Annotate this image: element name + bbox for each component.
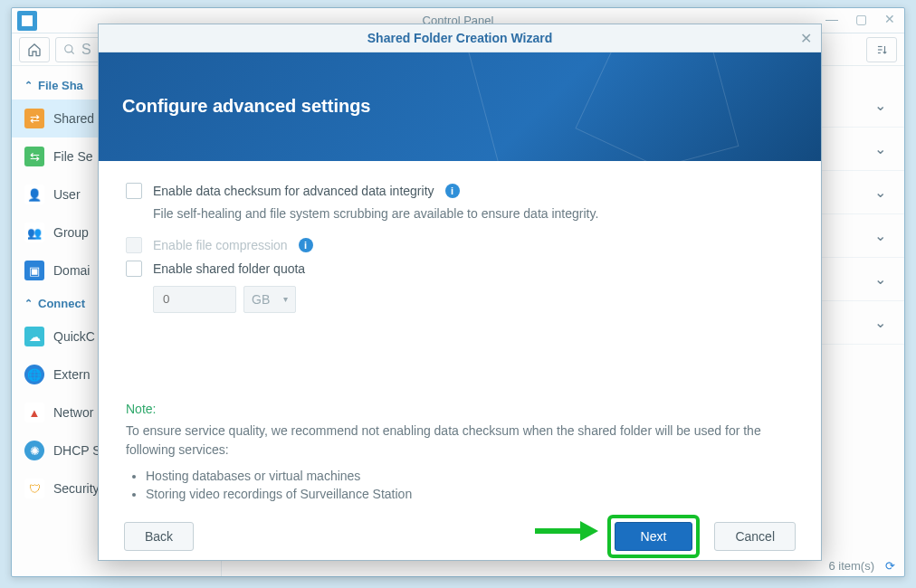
quota-input [153, 286, 236, 313]
cancel-button[interactable]: Cancel [714, 522, 796, 551]
info-icon[interactable]: i [445, 184, 460, 198]
sort-button[interactable] [866, 37, 897, 62]
note-text: To ensure service quality, we recommend … [126, 422, 794, 460]
checksum-label: Enable data checksum for advanced data i… [153, 184, 434, 198]
sidebar-item-label: Domai [53, 263, 90, 278]
svg-marker-6 [580, 521, 598, 541]
shared-folder-icon: ⇄ [24, 109, 44, 128]
domain-icon: ▣ [24, 261, 44, 280]
modal-titlebar: Shared Folder Creation Wizard ✕ [99, 24, 821, 52]
note-bullet: Storing video recordings of Surveillance… [146, 487, 794, 501]
minimize-icon[interactable]: — [821, 10, 843, 28]
item-count: 6 item(s) [828, 559, 874, 573]
modal-banner: Configure advanced settings [99, 52, 821, 160]
back-button[interactable]: Back [124, 522, 194, 551]
quota-label: Enable shared folder quota [153, 261, 305, 276]
sidebar-item-label: DHCP S [53, 443, 101, 458]
user-icon: 👤 [24, 185, 44, 204]
compression-checkbox [126, 237, 142, 253]
creation-wizard-modal: Shared Folder Creation Wizard ✕ Configur… [98, 24, 822, 561]
sidebar-item-label: QuickC [53, 329, 95, 344]
sidebar-item-label: Shared [53, 111, 94, 126]
svg-point-0 [65, 44, 72, 52]
cloud-icon: ☁ [24, 327, 44, 346]
sidebar-item-label: Networ [53, 405, 93, 420]
modal-heading: Configure advanced settings [122, 96, 371, 117]
svg-line-1 [72, 51, 74, 53]
maximize-icon[interactable]: ▢ [850, 10, 872, 28]
chevron-down-icon: ⌄ [874, 140, 886, 157]
group-icon: 👥 [24, 223, 44, 242]
note-title: Note: [126, 402, 794, 416]
close-icon[interactable]: ✕ [879, 10, 901, 28]
note-bullet: Hosting databases or virtual machines [146, 469, 794, 483]
checksum-checkbox[interactable] [126, 183, 142, 199]
search-placeholder: S [81, 42, 91, 58]
chevron-down-icon: ⌄ [874, 184, 886, 201]
next-button[interactable]: Next [615, 522, 693, 551]
shield-icon: 🛡 [24, 479, 44, 498]
compression-label: Enable file compression [153, 238, 288, 252]
chevron-down-icon: ⌄ [874, 270, 886, 288]
quota-unit-select: GB ▾ [243, 286, 296, 313]
sidebar-item-label: Extern [53, 367, 90, 382]
chevron-down-icon: ▾ [283, 294, 288, 304]
chevron-down-icon: ⌄ [874, 97, 886, 114]
sidebar-item-label: Group [53, 225, 89, 240]
section-label: File Sha [38, 79, 83, 92]
quota-unit-label: GB [252, 292, 270, 307]
chevron-up-icon: ⌃ [24, 80, 33, 91]
chevron-down-icon: ⌄ [874, 314, 886, 331]
info-icon[interactable]: i [299, 238, 313, 252]
sidebar-item-label: File Se [53, 149, 93, 164]
button-bar: Back Next Cancel [99, 514, 821, 560]
callout-arrow-icon [531, 518, 598, 544]
section-label: Connect [38, 297, 85, 310]
file-services-icon: ⇆ [24, 147, 44, 166]
refresh-icon[interactable]: ⟳ [885, 559, 895, 573]
sidebar-item-label: Security [53, 481, 100, 496]
modal-title: Shared Folder Creation Wizard [367, 31, 552, 45]
dhcp-icon: ✺ [24, 441, 44, 460]
chevron-down-icon: ⌄ [874, 227, 886, 244]
globe-icon: 🌐 [24, 365, 44, 384]
form-area: Enable data checksum for advanced data i… [99, 161, 821, 514]
chevron-up-icon: ⌃ [24, 298, 33, 309]
checksum-description: File self-healing and file system scrubb… [153, 206, 794, 221]
footer: 6 item(s) ⟳ [828, 559, 895, 573]
modal-close-icon[interactable]: ✕ [800, 30, 812, 47]
quota-checkbox[interactable] [126, 261, 142, 277]
next-highlight: Next [607, 515, 701, 558]
network-icon: ▲ [24, 403, 44, 422]
home-button[interactable] [19, 37, 50, 62]
sidebar-item-label: User [53, 187, 81, 202]
